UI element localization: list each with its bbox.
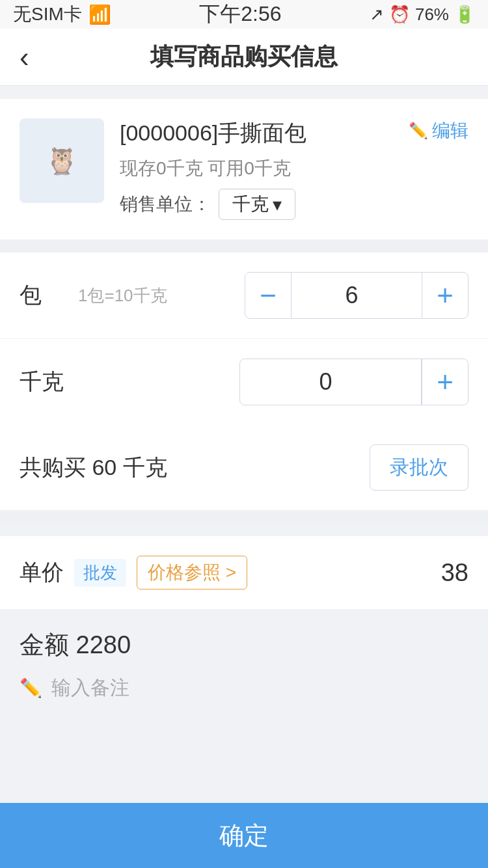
kg-controls: + — [239, 359, 468, 405]
total-row: 共购买 60 千克 录批次 — [0, 425, 488, 510]
package-minus-button[interactable]: − — [245, 272, 291, 319]
carrier-text: 无SIM卡 — [13, 2, 82, 27]
total-text: 共购买 60 千克 — [20, 453, 167, 483]
back-button[interactable]: ‹ — [20, 43, 29, 72]
unit-value: 千克 — [232, 192, 269, 217]
product-stock: 现存0千克 可用0千克 — [120, 156, 468, 181]
battery-text: 76% — [415, 5, 449, 25]
status-time: 下午2:56 — [199, 0, 281, 29]
nav-bar: ‹ 填写商品购买信息 — [0, 29, 488, 86]
package-input[interactable] — [291, 272, 422, 319]
kg-plus-button[interactable]: + — [422, 359, 468, 405]
batch-button[interactable]: 录批次 — [370, 444, 468, 491]
kg-row: 千克 + — [0, 339, 488, 425]
divider-2 — [0, 510, 488, 523]
wifi-icon: 📶 — [88, 4, 111, 25]
package-label: 包 — [20, 280, 72, 310]
chevron-down-icon: ▾ — [273, 194, 282, 215]
product-card: 🦉 [0000006]手撕面包 现存0千克 可用0千克 销售单位： 千克 ▾ ✏… — [0, 99, 488, 239]
product-unit-row: 销售单位： 千克 ▾ — [120, 189, 468, 220]
confirm-button[interactable]: 确定 — [219, 819, 269, 852]
price-ref-button[interactable]: 价格参照 > — [137, 556, 247, 590]
edit-button[interactable]: ✏️ 编辑 — [409, 118, 468, 143]
price-row: 单价 批发 价格参照 > 38 — [20, 556, 468, 590]
product-image: 🦉 — [20, 118, 104, 203]
price-value: 38 — [441, 559, 468, 587]
edit-icon: ✏️ — [409, 122, 428, 140]
price-left: 单价 批发 价格参照 > — [20, 556, 247, 590]
price-tag: 批发 — [74, 559, 126, 587]
amount-label: 金额 2280 — [20, 629, 468, 662]
remark-text: 输入备注 — [51, 675, 129, 701]
quantity-section: 包 1包=10千克 − + 千克 + — [0, 252, 488, 425]
kg-input[interactable] — [239, 359, 422, 405]
unit-select[interactable]: 千克 ▾ — [219, 189, 295, 220]
status-right: ↗ ⏰ 76% 🔋 — [370, 5, 475, 25]
location-icon: ↗ — [370, 5, 384, 25]
divider-1 — [0, 239, 488, 252]
status-left: 无SIM卡 📶 — [13, 2, 111, 27]
remark-row[interactable]: ✏️ 输入备注 — [20, 675, 468, 701]
price-section: 单价 批发 价格参照 > 38 — [0, 536, 488, 609]
pencil-icon: ✏️ — [20, 677, 42, 699]
alarm-icon: ⏰ — [389, 5, 410, 25]
package-controls: − + — [245, 272, 468, 319]
price-label: 单价 — [20, 558, 64, 588]
confirm-bar[interactable]: 确定 — [0, 803, 488, 868]
edit-label: 编辑 — [432, 118, 468, 143]
package-plus-button[interactable]: + — [422, 272, 468, 319]
amount-section: 金额 2280 ✏️ 输入备注 — [0, 609, 488, 714]
kg-label: 千克 — [20, 367, 72, 397]
package-row: 包 1包=10千克 − + — [0, 252, 488, 339]
battery-icon: 🔋 — [454, 5, 475, 25]
unit-label: 销售单位： — [120, 192, 211, 217]
product-logo: 🦉 — [46, 146, 78, 176]
page-title: 填写商品购买信息 — [150, 41, 338, 73]
package-hint: 1包=10千克 — [78, 284, 245, 307]
status-bar: 无SIM卡 📶 下午2:56 ↗ ⏰ 76% 🔋 — [0, 0, 488, 29]
